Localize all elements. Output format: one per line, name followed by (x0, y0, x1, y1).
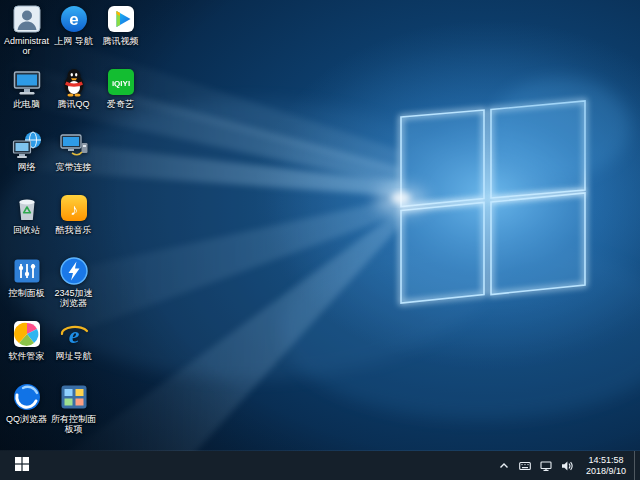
desktop-icon-iqiyi[interactable]: iQIYI 爱奇艺 (97, 66, 144, 129)
user-account-icon (11, 3, 43, 35)
iqiyi-glyph: iQIYI (111, 79, 129, 88)
desktop-icon-label: 宽带连接 (56, 162, 92, 172)
desktop-icon-qq-browser[interactable]: QQ浏览器 (3, 381, 50, 444)
control-panel-items-icon (58, 381, 90, 413)
e-glyph: e (69, 10, 78, 29)
broadband-connection-icon (58, 129, 90, 161)
touch-keyboard-icon[interactable] (518, 451, 533, 480)
hidden-icons-chevron-icon[interactable] (497, 451, 512, 480)
desktop-icon-label: 爱奇艺 (107, 99, 134, 109)
desktop-icon-label: 软件管家 (9, 351, 45, 361)
play-button-icon (105, 3, 137, 35)
desktop-icon-label: 所有控制面板项 (51, 414, 97, 434)
desktop-icon-label: QQ浏览器 (6, 414, 47, 424)
desktop-icon-label: 上网 导航 (54, 36, 93, 46)
network-globe-icon (11, 129, 43, 161)
pinwheel-icon (11, 318, 43, 350)
desktop-icon-label: Administrator (4, 36, 50, 56)
system-tray: 14:51:58 2018/9/10 (494, 451, 640, 480)
desktop-icon-label: 2345加速浏览器 (51, 288, 97, 308)
desktop-icon-ie-navigation[interactable]: e 网址导航 (50, 318, 97, 381)
taskbar-clock[interactable]: 14:51:58 2018/9/10 (578, 455, 634, 476)
control-panel-icon (11, 255, 43, 287)
desktop-icon-2345-browser[interactable]: 2345加速浏览器 (50, 255, 97, 318)
screen: Administrator 此电脑 (0, 0, 640, 480)
start-button[interactable] (0, 451, 44, 480)
internet-explorer-icon: e (58, 318, 90, 350)
desktop-icon-all-control-panel[interactable]: 所有控制面板项 (50, 381, 97, 444)
note-glyph: ♪ (70, 201, 78, 218)
windows-logo-icon (15, 457, 29, 474)
network-tray-icon[interactable] (539, 451, 554, 480)
qq-browser-icon (11, 381, 43, 413)
lightning-browser-icon (58, 255, 90, 287)
taskbar: 14:51:58 2018/9/10 (0, 451, 640, 480)
desktop-icon-web-navigation[interactable]: e 上网 导航 (50, 3, 97, 66)
desktop-icon-tencent-qq[interactable]: 腾讯QQ (50, 66, 97, 129)
desktop-icon-grid: Administrator 此电脑 (3, 3, 144, 444)
taskbar-empty-area (44, 451, 494, 480)
desktop-icon-kuwo-music[interactable]: ♪ 酷我音乐 (50, 192, 97, 255)
browser-e-icon: e (58, 3, 90, 35)
desktop-icon-label: 此电脑 (13, 99, 40, 109)
desktop-icon-label: 控制面板 (9, 288, 45, 298)
desktop-icon-label: 腾讯视频 (103, 36, 139, 46)
windows-desktop: { "desktop": { "icons": [ {"id": "admini… (0, 0, 640, 480)
desktop-icon-this-pc[interactable]: 此电脑 (3, 66, 50, 129)
desktop-icon-software-manager[interactable]: 软件管家 (3, 318, 50, 381)
recycle-bin-icon (11, 192, 43, 224)
desktop-icon-tencent-video[interactable]: 腾讯视频 (97, 3, 144, 66)
desktop-icon-label: 网址导航 (56, 351, 92, 361)
desktop-icon-network[interactable]: 网络 (3, 129, 50, 192)
iqiyi-icon: iQIYI (105, 66, 137, 98)
computer-monitor-icon (11, 66, 43, 98)
desktop-icon-label: 腾讯QQ (57, 99, 89, 109)
desktop-icon-control-panel[interactable]: 控制面板 (3, 255, 50, 318)
qq-penguin-icon (58, 66, 90, 98)
desktop-icon-label: 酷我音乐 (56, 225, 92, 235)
desktop-icon-label: 网络 (18, 162, 36, 172)
show-desktop-button[interactable] (634, 451, 640, 480)
music-note-icon: ♪ (58, 192, 90, 224)
volume-icon[interactable] (560, 451, 575, 480)
clock-time: 14:51:58 (588, 455, 623, 466)
clock-date: 2018/9/10 (586, 466, 626, 477)
desktop-icon-label: 回收站 (13, 225, 40, 235)
desktop-icon-recycle-bin[interactable]: 回收站 (3, 192, 50, 255)
desktop-icon-administrator[interactable]: Administrator (3, 3, 50, 66)
desktop-icon-broadband[interactable]: 宽带连接 (50, 129, 97, 192)
